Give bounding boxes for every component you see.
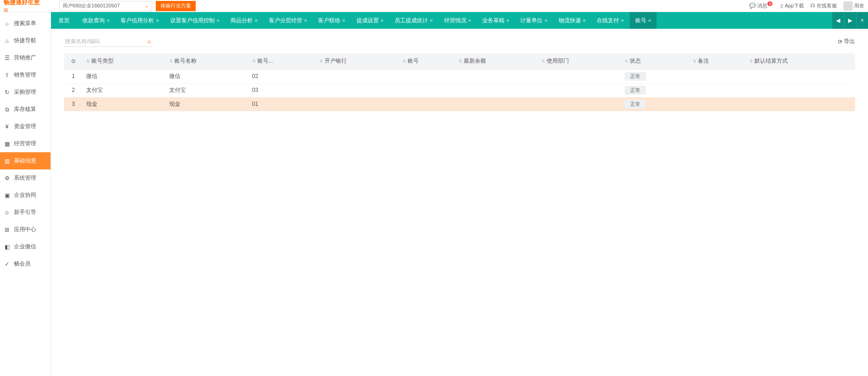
sort-icon: ⇅ — [319, 59, 323, 64]
sidebar-item-label: 企业微信 — [14, 243, 36, 251]
sidebar-item[interactable]: ⧉库存核算 — [0, 101, 51, 118]
sort-icon: ⇅ — [169, 59, 173, 64]
export-button[interactable]: ⟳ 导出 — [838, 38, 855, 45]
close-icon[interactable]: × — [583, 18, 586, 23]
tab[interactable]: 计量单位× — [515, 12, 553, 29]
messages-link[interactable]: 💬 消息 0 — [749, 2, 774, 9]
sidebar-item-label: 库存核算 — [14, 105, 36, 113]
sidebar-item[interactable]: ▦经营管理 — [0, 135, 51, 152]
tab[interactable]: 员工提成统计× — [389, 12, 438, 29]
column-header[interactable]: ⇅默认结算方式 — [746, 53, 855, 69]
support-link[interactable]: ☊ 在线客服 — [811, 2, 837, 9]
nav-icon: ⌕ — [4, 20, 10, 27]
message-badge: 0 — [767, 1, 772, 6]
status-badge: 正常 — [625, 100, 646, 109]
sidebar-item-label: 营销推广 — [14, 54, 36, 62]
tab[interactable]: 商品分析× — [225, 12, 263, 29]
close-icon[interactable]: × — [381, 18, 383, 23]
sidebar-item[interactable]: ⊞应用中心 — [0, 221, 51, 238]
search-input[interactable] — [64, 36, 152, 47]
sort-icon: ⇅ — [86, 59, 90, 64]
sidebar-item[interactable]: ¥资金管理 — [0, 118, 51, 135]
trial-button[interactable]: 体验行业方案 — [156, 1, 196, 11]
tab-scroll-right[interactable]: ▶ — [844, 12, 856, 29]
nav-icon: ↻ — [4, 89, 10, 96]
sort-icon: ⇅ — [402, 59, 406, 64]
close-icon[interactable]: × — [430, 18, 433, 23]
sidebar-item[interactable]: ⌂快捷导航 — [0, 32, 51, 49]
close-icon[interactable]: × — [342, 18, 345, 23]
message-icon: 💬 — [749, 3, 756, 9]
tab-close-all[interactable]: × — [856, 12, 868, 29]
close-icon[interactable]: × — [107, 18, 109, 23]
column-header[interactable]: ⇅备注 — [689, 53, 746, 69]
close-icon[interactable]: × — [648, 18, 651, 23]
tab[interactable]: 客户联络× — [313, 12, 351, 29]
table-row[interactable]: 1微信微信02正常 — [64, 69, 855, 83]
sidebar-item[interactable]: ⚙系统管理 — [0, 169, 51, 187]
tab[interactable]: 物流快递× — [553, 12, 591, 29]
tab[interactable]: 客户信用分析× — [115, 12, 164, 29]
close-icon[interactable]: × — [217, 18, 219, 23]
tab-scroll-left[interactable]: ◀ — [832, 12, 844, 29]
sidebar-item[interactable]: ✓畅会员 — [0, 255, 51, 272]
sort-icon: ⇅ — [252, 59, 256, 64]
sort-icon: ⇅ — [459, 59, 462, 64]
close-icon[interactable]: × — [506, 18, 509, 23]
tab[interactable]: 在线支付× — [591, 12, 629, 29]
column-header[interactable]: ⇅账号类型 — [83, 53, 166, 69]
close-icon[interactable]: × — [156, 18, 159, 23]
column-header[interactable]: ⇅账号 — [399, 53, 455, 69]
table-row[interactable]: 3现金现金01正常 — [64, 97, 855, 111]
close-icon[interactable]: × — [468, 18, 471, 23]
close-icon[interactable]: × — [621, 18, 624, 23]
sidebar-item[interactable]: ▣企业协同 — [0, 187, 51, 204]
entity-select[interactable]: 用户690企业1660120507 ⌄ — [59, 1, 152, 11]
sidebar-item[interactable]: ⇪销售管理 — [0, 66, 51, 84]
status-badge: 正常 — [625, 72, 646, 81]
sidebar-item-label: 畅会员 — [14, 260, 31, 268]
sort-icon: ⇅ — [625, 59, 628, 64]
column-header[interactable]: ⇅状态 — [621, 53, 689, 69]
phone-icon: ▯ — [780, 3, 783, 9]
sidebar-item-label: 资金管理 — [14, 123, 36, 130]
sidebar-item[interactable]: ⌕搜索菜单 — [0, 15, 51, 32]
close-icon[interactable]: × — [255, 18, 257, 23]
column-header[interactable]: ⇅开户银行 — [316, 53, 399, 69]
tab[interactable]: 业务草稿× — [477, 12, 515, 29]
sidebar-item-label: 经营管理 — [14, 140, 36, 148]
tab[interactable]: 设置客户信用控制× — [165, 12, 225, 29]
status-badge: 正常 — [625, 86, 646, 95]
sidebar-item[interactable]: ◧企业微信 — [0, 238, 51, 255]
nav-icon: ☺ — [4, 209, 10, 216]
nav-icon: ¥ — [4, 123, 10, 130]
settings-column[interactable]: ⚙ — [64, 53, 83, 69]
tab[interactable]: 客户分层经营× — [263, 12, 313, 29]
column-header[interactable]: ⇅账号... — [249, 53, 316, 69]
tab-home[interactable]: 首页 — [51, 12, 77, 29]
column-header[interactable]: ⇅使用部门 — [538, 53, 621, 69]
sort-icon: ⇅ — [749, 59, 753, 64]
column-header[interactable]: ⇅最新余额 — [455, 53, 538, 69]
sidebar-item[interactable]: ▥基础信息 — [0, 152, 51, 169]
sidebar-item[interactable]: ☰营销推广 — [0, 49, 51, 66]
nav-icon: ⊞ — [4, 227, 10, 233]
tab[interactable]: 收款查询× — [77, 12, 115, 29]
app-download-link[interactable]: ▯ App下载 — [780, 2, 804, 9]
accounts-table: ⚙ ⇅账号类型⇅账号名称⇅账号...⇅开户银行⇅账号⇅最新余额⇅使用部门⇅状态⇅… — [64, 53, 855, 111]
column-header[interactable]: ⇅账号名称 — [166, 53, 249, 69]
tab-account[interactable]: 账号× — [630, 12, 657, 29]
close-icon[interactable]: × — [544, 18, 547, 23]
table-row[interactable]: 2支付宝支付宝03正常 — [64, 83, 855, 97]
sidebar-item[interactable]: ☺新手引导 — [0, 204, 51, 221]
sidebar-item-label: 搜索菜单 — [14, 19, 36, 27]
nav-icon: ⌂ — [4, 38, 10, 44]
sidebar: ⌕搜索菜单⌂快捷导航☰营销推广⇪销售管理↻采购管理⧉库存核算¥资金管理▦经营管理… — [0, 12, 51, 376]
close-icon[interactable]: × — [304, 18, 307, 23]
tab[interactable]: 经营情况× — [439, 12, 477, 29]
tab[interactable]: 提成设置× — [351, 12, 389, 29]
search-icon[interactable]: ⌕ — [147, 37, 151, 45]
sidebar-item[interactable]: ↻采购管理 — [0, 84, 51, 101]
user-menu[interactable]: 用友 — [843, 1, 864, 11]
nav-icon: ⚙ — [4, 175, 10, 182]
